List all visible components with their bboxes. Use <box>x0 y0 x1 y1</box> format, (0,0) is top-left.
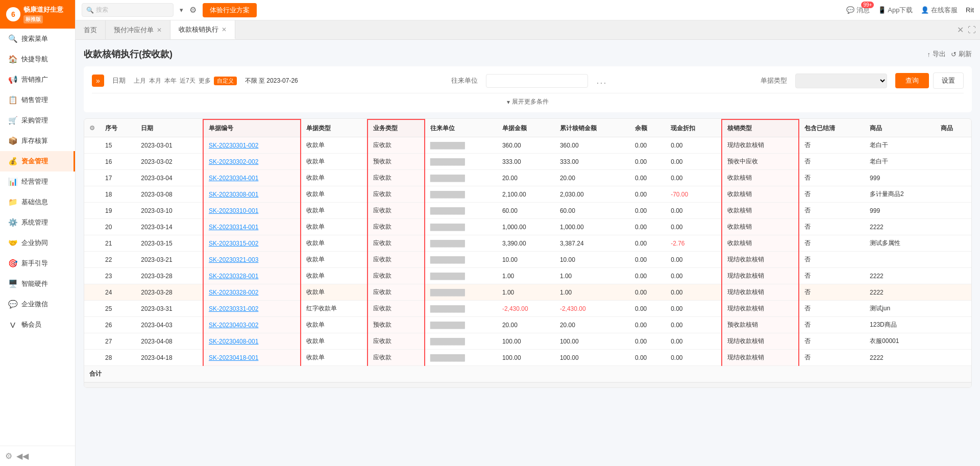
bill-no-link[interactable]: SK-20230314-001 <box>209 224 258 231</box>
td-include-settled: 否 <box>799 235 865 252</box>
expand-more-btn[interactable]: ▾ 展开更多条件 <box>92 93 964 106</box>
search-icon-top: 🔍 <box>86 7 94 14</box>
collapse-icon[interactable]: ◀◀ <box>16 451 29 461</box>
date-opt-custom[interactable]: 自定义 <box>214 77 237 85</box>
td-biz-type: 应收款 <box>368 301 425 317</box>
tab-prepay-close[interactable]: ✕ <box>157 27 162 34</box>
table-row: 28 2023-04-18 SK-20230418-001 收款单 应收款 ██… <box>84 350 971 366</box>
user-name[interactable]: Rit <box>966 6 974 14</box>
td-biz-type: 应收款 <box>368 252 425 268</box>
td-include-settled: 否 <box>799 333 865 350</box>
date-opt-7days[interactable]: 近7天 <box>180 77 195 85</box>
counterparty-input[interactable] <box>486 74 588 88</box>
date-opt-this-year[interactable]: 本年 <box>164 77 177 85</box>
refresh-btn[interactable]: ↺ 刷新 <box>951 50 972 59</box>
tab-prepay[interactable]: 预付冲应付单 ✕ <box>106 20 170 39</box>
bill-no-link[interactable]: SK-20230308-001 <box>209 191 258 198</box>
td-goods: 多计量商品2 <box>865 186 936 203</box>
export-btn[interactable]: ↑ 导出 <box>927 50 946 59</box>
close-tab-icon[interactable]: ✕ <box>957 25 964 35</box>
sidebar-item-basic[interactable]: 📁 基础信息 <box>0 192 75 212</box>
td-balance: 0.00 <box>630 137 666 154</box>
bill-no-link[interactable]: SK-20230328-001 <box>209 273 258 280</box>
online-service[interactable]: 👤 在线客服 <box>921 6 958 15</box>
horizontal-scrollbar[interactable] <box>84 382 971 387</box>
bill-type-select[interactable] <box>795 73 887 88</box>
td-bill-amount: -2,430.00 <box>497 301 555 317</box>
tab-receipt-cancel[interactable]: 收款核销执行 ✕ <box>170 20 235 39</box>
date-opt-this-month[interactable]: 本月 <box>149 77 161 85</box>
sidebar-item-purchase[interactable]: 🛒 采购管理 <box>0 110 75 131</box>
td-date: 2023-03-28 <box>136 268 203 284</box>
date-opt-more[interactable]: 更多 <box>199 77 211 85</box>
sidebar-item-sales[interactable]: 📋 销售管理 <box>0 90 75 110</box>
td-total-cancel: 100.00 <box>555 333 630 350</box>
message-badge[interactable]: 💬 消息 99+ <box>846 6 870 15</box>
filter-bar: » 日期 上月 本月 本年 近7天 更多 自定义 不限 至 2023-07-26… <box>84 66 972 112</box>
td-biz-type: 应收款 <box>368 137 425 154</box>
footer-label: 合计 <box>84 366 136 382</box>
date-opt-last-month[interactable]: 上月 <box>134 77 146 85</box>
sidebar-label-wechat: 企业微信 <box>21 300 48 309</box>
tab-receipt-close[interactable]: ✕ <box>222 26 227 33</box>
sidebar-item-system[interactable]: ⚙️ 系统管理 <box>0 212 75 233</box>
sidebar-item-marketing[interactable]: 📢 营销推广 <box>0 69 75 90</box>
td-total-cancel: 360.00 <box>555 137 630 154</box>
tab-actions: ✕ ⛶ <box>953 20 980 39</box>
topbar-search[interactable]: 🔍 搜索 <box>82 3 174 17</box>
bill-no-link[interactable]: SK-20230418-001 <box>209 354 258 361</box>
sidebar-item-operate[interactable]: 📊 经营管理 <box>0 171 75 192</box>
app-download[interactable]: 📱 App下载 <box>878 6 913 15</box>
sidebar-item-vip[interactable]: V 畅会员 <box>0 314 75 335</box>
sidebar-item-shortcut[interactable]: 🏠 快捷导航 <box>0 49 75 69</box>
bill-no-link[interactable]: SK-20230403-002 <box>209 322 258 329</box>
sidebar-label-operate: 经营管理 <box>21 177 48 186</box>
topbar-gear-icon[interactable]: ⚙ <box>189 5 197 15</box>
sidebar-item-hardware[interactable]: 🖥️ 智能硬件 <box>0 274 75 294</box>
sidebar-item-wechat[interactable]: 💬 企业微信 <box>0 294 75 314</box>
bill-no-link[interactable]: SK-20230328-002 <box>209 289 258 296</box>
th-bill-amount: 单据金额 <box>497 119 555 137</box>
td-gear <box>84 154 100 170</box>
bill-no-link[interactable]: SK-20230321-003 <box>209 256 258 263</box>
tab-home[interactable]: 首页 <box>76 20 106 39</box>
bill-no-link[interactable]: SK-20230310-001 <box>209 207 258 214</box>
topbar-dropdown[interactable]: ▾ <box>180 6 183 14</box>
sidebar-item-finance[interactable]: 💰 资金管理 <box>0 151 75 171</box>
main-area: 🔍 搜索 ▾ ⚙ 体验行业方案 💬 消息 99+ 📱 App下载 👤 在线客服 … <box>76 0 980 466</box>
bill-no-link[interactable]: SK-20230315-002 <box>209 240 258 247</box>
filter-dots: ... <box>596 76 607 86</box>
td-balance: 0.00 <box>630 235 666 252</box>
bill-no-link[interactable]: SK-20230408-001 <box>209 338 258 345</box>
sales-icon: 📋 <box>8 95 17 105</box>
bill-no-link[interactable]: SK-20230331-002 <box>209 305 258 312</box>
bill-no-link[interactable]: SK-20230302-002 <box>209 158 258 165</box>
td-goods2 <box>936 268 971 284</box>
td-cash-discount: 0.00 <box>666 252 722 268</box>
settings-filter-btn[interactable]: 设置 <box>933 72 964 89</box>
maximize-tab-icon[interactable]: ⛶ <box>968 26 976 35</box>
td-bill-amount: 100.00 <box>497 350 555 366</box>
bill-no-link[interactable]: SK-20230301-002 <box>209 142 258 149</box>
td-seq: 22 <box>100 252 136 268</box>
solution-btn[interactable]: 体验行业方案 <box>203 3 257 17</box>
td-goods: 老白干 <box>865 154 936 170</box>
sidebar-item-stock[interactable]: 📦 库存核算 <box>0 131 75 151</box>
td-goods2 <box>936 235 971 252</box>
query-btn[interactable]: 查询 <box>895 73 929 88</box>
sidebar-item-coop[interactable]: 🤝 企业协同 <box>0 233 75 253</box>
th-gear[interactable]: ⚙ <box>84 119 100 137</box>
td-cancel-type: 预收款核销 <box>722 317 798 333</box>
sidebar-bottom: ⚙ ◀◀ <box>0 446 75 466</box>
bill-no-link[interactable]: SK-20230304-001 <box>209 175 258 182</box>
sidebar-item-search[interactable]: 🔍 搜索菜单 <box>0 29 75 49</box>
settings-bottom-icon[interactable]: ⚙ <box>5 451 12 461</box>
home-icon: 🏠 <box>8 55 17 64</box>
wechat-icon: 💬 <box>8 300 17 309</box>
phone-icon: 📱 <box>878 6 886 14</box>
dropdown-chevron: ▾ <box>180 6 183 14</box>
td-biz-type: 应收款 <box>368 203 425 219</box>
sidebar-item-guide[interactable]: 🎯 新手引导 <box>0 253 75 274</box>
filter-expand-btn[interactable]: » <box>92 75 104 87</box>
td-gear <box>84 333 100 350</box>
